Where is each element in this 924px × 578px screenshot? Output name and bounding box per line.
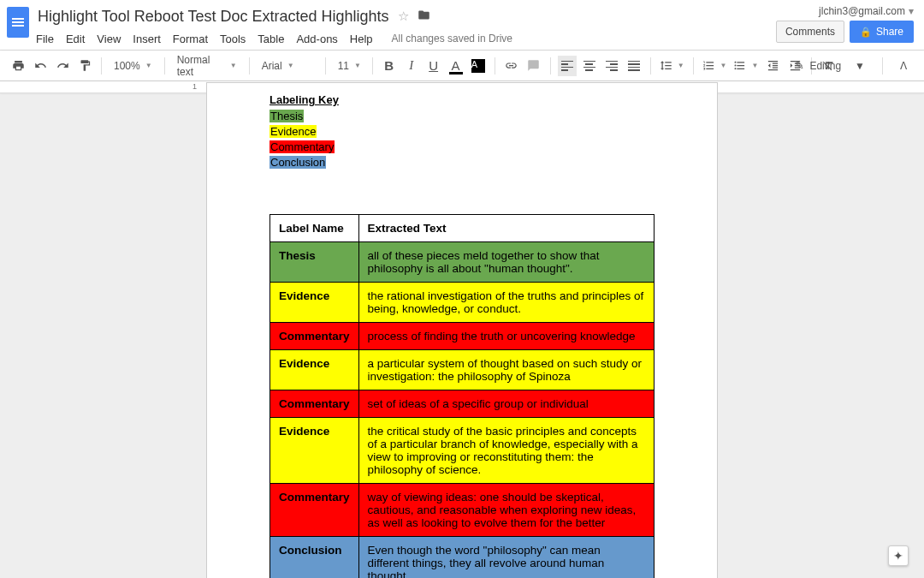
save-status: All changes saved in Drive (392, 33, 512, 45)
row-label: Commentary (270, 323, 359, 350)
comments-button[interactable]: Comments (776, 21, 844, 43)
row-label: Conclusion (270, 537, 359, 579)
row-text: a particular system of thought based on … (358, 350, 654, 390)
chevron-down-icon: ▼ (287, 62, 294, 69)
collapse-toolbar-button[interactable]: ᐱ (893, 57, 914, 75)
font-select[interactable]: Arial▼ (257, 60, 318, 72)
link-icon[interactable] (502, 56, 521, 76)
chevron-down-icon: ▼ (751, 62, 758, 69)
key-label: Evidence (270, 125, 317, 138)
numbered-list-button[interactable]: ▼ (701, 59, 729, 72)
highlight-color-button[interactable]: A (469, 56, 488, 76)
style-select[interactable]: Normal text▼ (172, 54, 242, 78)
row-label: Evidence (270, 350, 359, 390)
menu-edit[interactable]: Edit (66, 33, 85, 45)
toolbar: 100%▼ Normal text▼ Arial▼ 11▼ B I U A A … (0, 51, 924, 81)
row-label: Commentary (270, 390, 359, 418)
table-header-label: Label Name (270, 215, 359, 242)
row-label: Commentary (270, 484, 359, 537)
underline-button[interactable]: U (424, 56, 443, 76)
pencil-icon: ✎ (795, 59, 804, 72)
page[interactable]: Labeling Key ThesisEvidenceCommentaryCon… (206, 82, 718, 578)
key-label: Commentary (270, 140, 335, 153)
table-header-text: Extracted Text (358, 215, 654, 242)
table-row: Thesisall of these pieces meld together … (270, 242, 654, 283)
key-label: Thesis (270, 110, 304, 122)
paint-format-icon[interactable] (75, 56, 94, 76)
menu-help[interactable]: Help (350, 33, 373, 45)
labeling-key-title: Labeling Key (270, 93, 654, 106)
editing-mode-button[interactable]: ✎ Editing ▼ (788, 57, 872, 74)
row-text: the critical study of the basic principl… (358, 418, 654, 484)
line-spacing-button[interactable]: ▼ (658, 59, 686, 72)
table-row: Evidencethe critical study of the basic … (270, 418, 654, 484)
menu-tools[interactable]: Tools (220, 33, 246, 45)
align-center-button[interactable] (580, 56, 599, 76)
extracted-highlights-table: Label Name Extracted Text Thesisall of t… (270, 214, 654, 578)
row-text: all of these pieces meld together to sho… (358, 242, 654, 283)
table-row: Evidencea particular system of thought b… (270, 350, 654, 390)
row-text: the rational investigation of the truths… (358, 283, 654, 323)
zoom-select[interactable]: 100%▼ (109, 60, 157, 72)
print-icon[interactable] (9, 56, 27, 76)
menu-insert[interactable]: Insert (133, 33, 161, 45)
chevron-down-icon: ▼ (354, 62, 361, 69)
row-text: Even though the word "philosophy" can me… (358, 537, 654, 579)
menu-format[interactable]: Format (173, 33, 208, 45)
header-bar: Highlight Tool Reboot Test Doc Extracted… (0, 0, 924, 51)
row-label: Thesis (270, 242, 359, 283)
star-icon[interactable]: ☆ (398, 9, 409, 24)
doc-title[interactable]: Highlight Tool Reboot Test Doc Extracted… (36, 8, 389, 26)
chevron-down-icon: ▼ (230, 62, 237, 69)
row-label: Evidence (270, 283, 359, 323)
comment-icon[interactable] (524, 56, 543, 76)
table-row: Commentaryprocess of finding the truth o… (270, 323, 654, 350)
table-row: Commentaryset of ideas of a specific gro… (270, 390, 654, 418)
row-label: Evidence (270, 418, 359, 484)
chevron-down-icon: ▼ (720, 62, 727, 69)
align-left-button[interactable] (558, 56, 577, 76)
redo-icon[interactable] (53, 56, 72, 76)
text-color-button[interactable]: A (447, 56, 465, 76)
row-text: way of viewing ideas: one should be skep… (358, 484, 654, 537)
row-text: set of ideas of a specific group or indi… (358, 390, 654, 418)
account-menu[interactable]: jlchin3@gmail.com▾ (819, 5, 914, 17)
decrease-indent-button[interactable] (763, 56, 782, 76)
explore-button[interactable]: ✦ (888, 545, 909, 566)
italic-button[interactable]: I (402, 56, 421, 76)
table-row: ConclusionEven though the word "philosop… (270, 537, 654, 579)
document-canvas[interactable]: Labeling Key ThesisEvidenceCommentaryCon… (0, 82, 924, 578)
menu-addons[interactable]: Add-ons (296, 33, 337, 45)
undo-icon[interactable] (31, 56, 50, 76)
align-right-button[interactable] (602, 56, 621, 76)
folder-icon[interactable] (418, 9, 430, 24)
table-row: Commentaryway of viewing ideas: one shou… (270, 484, 654, 537)
chevron-down-icon: ▼ (145, 62, 152, 69)
share-button[interactable]: 🔒 Share (850, 21, 914, 43)
menu-file[interactable]: File (36, 33, 54, 45)
key-label: Conclusion (270, 156, 326, 169)
bulleted-list-button[interactable]: ▼ (732, 59, 760, 72)
lock-icon: 🔒 (860, 27, 872, 38)
chevron-down-icon: ▼ (855, 60, 865, 72)
chevron-down-icon: ▾ (909, 5, 914, 17)
table-row: Evidencethe rational investigation of th… (270, 283, 654, 323)
align-justify-button[interactable] (625, 56, 643, 76)
bold-button[interactable]: B (380, 56, 399, 76)
docs-logo[interactable] (7, 7, 29, 38)
chevron-down-icon: ▼ (678, 62, 684, 69)
menu-table[interactable]: Table (258, 33, 284, 45)
menu-view[interactable]: View (97, 33, 121, 45)
row-text: process of finding the truth or uncoveri… (358, 323, 654, 350)
font-size-select[interactable]: 11▼ (333, 60, 365, 72)
